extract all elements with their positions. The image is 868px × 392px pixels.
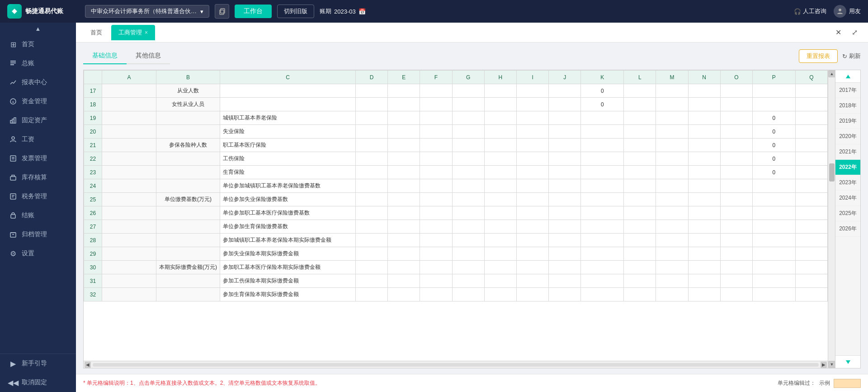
- cell-empty[interactable]: [484, 98, 516, 111]
- reset-report-button[interactable]: 重置报表: [799, 49, 838, 63]
- col-header-e[interactable]: E: [388, 71, 420, 84]
- cell-empty[interactable]: [656, 111, 688, 125]
- cell-empty[interactable]: [388, 247, 420, 261]
- cell-empty[interactable]: [656, 206, 688, 220]
- col-header-j[interactable]: J: [549, 71, 581, 84]
- cell-k[interactable]: [581, 274, 624, 288]
- cell-empty[interactable]: [516, 220, 548, 234]
- cell-empty[interactable]: [484, 193, 516, 206]
- cell-empty[interactable]: [688, 206, 720, 220]
- cell-empty[interactable]: [420, 98, 452, 111]
- switch-version-button[interactable]: 切到旧版: [277, 5, 314, 18]
- sub-tab-basic[interactable]: 基础信息: [83, 48, 127, 64]
- cell-c[interactable]: 单位参加城镇职工基本养老保险缴费基数: [220, 179, 356, 193]
- cell-empty[interactable]: [720, 234, 752, 247]
- cell-k[interactable]: [581, 125, 624, 139]
- cell-q[interactable]: [795, 139, 827, 152]
- cell-empty[interactable]: [624, 288, 656, 301]
- cell-empty[interactable]: [720, 247, 752, 261]
- sidebar-item-tax[interactable]: 税务管理: [0, 187, 76, 206]
- col-header-n[interactable]: N: [688, 71, 720, 84]
- cell-empty[interactable]: [484, 111, 516, 125]
- cell-empty[interactable]: [688, 111, 720, 125]
- cell-q[interactable]: [795, 98, 827, 111]
- close-tab-button[interactable]: ✕: [832, 26, 844, 39]
- cell-empty[interactable]: [720, 179, 752, 193]
- cell-c[interactable]: 失业保险: [220, 125, 356, 139]
- cell-q[interactable]: [795, 234, 827, 247]
- cell-empty[interactable]: [516, 98, 548, 111]
- col-header-g[interactable]: G: [452, 71, 484, 84]
- cell-empty[interactable]: [720, 288, 752, 301]
- cell-empty[interactable]: [388, 179, 420, 193]
- cell-empty[interactable]: [356, 206, 388, 220]
- cell-q[interactable]: [795, 261, 827, 274]
- cell-empty[interactable]: [549, 234, 581, 247]
- cell-b[interactable]: 参保各险种人数: [156, 139, 220, 152]
- cell-empty[interactable]: [516, 166, 548, 179]
- cell-empty[interactable]: [420, 274, 452, 288]
- cell-a[interactable]: [102, 84, 156, 98]
- cell-empty[interactable]: [452, 234, 484, 247]
- cell-empty[interactable]: [420, 125, 452, 139]
- cell-c[interactable]: 参加职工基本医疗保险本期实际缴费金额: [220, 261, 356, 274]
- cell-q[interactable]: [795, 247, 827, 261]
- h-scroll-right[interactable]: ▶: [821, 362, 827, 368]
- sidebar-item-finance[interactable]: ¥ 资金管理: [0, 92, 76, 111]
- cell-empty[interactable]: [688, 261, 720, 274]
- cell-empty[interactable]: [420, 152, 452, 166]
- v-scroll-down[interactable]: ▼: [828, 361, 835, 368]
- cell-empty[interactable]: [624, 206, 656, 220]
- cell-q[interactable]: [795, 288, 827, 301]
- cell-empty[interactable]: [549, 220, 581, 234]
- cell-empty[interactable]: [516, 125, 548, 139]
- cell-empty[interactable]: [484, 125, 516, 139]
- cell-empty[interactable]: [624, 261, 656, 274]
- tab-home[interactable]: 首页: [83, 25, 109, 40]
- cell-empty[interactable]: [516, 179, 548, 193]
- cell-k[interactable]: [581, 179, 624, 193]
- cell-empty[interactable]: [388, 288, 420, 301]
- cell-empty[interactable]: [549, 261, 581, 274]
- col-header-p[interactable]: P: [752, 71, 795, 84]
- year-item[interactable]: 2023年: [835, 175, 860, 191]
- cell-b[interactable]: [156, 220, 220, 234]
- cell-p[interactable]: [752, 98, 795, 111]
- workbench-button[interactable]: 工作台: [235, 5, 272, 18]
- cell-c[interactable]: 单位参加职工基本医疗保险缴费基数: [220, 206, 356, 220]
- cell-empty[interactable]: [484, 166, 516, 179]
- cell-empty[interactable]: [356, 152, 388, 166]
- cell-empty[interactable]: [656, 166, 688, 179]
- cell-empty[interactable]: [656, 179, 688, 193]
- cell-empty[interactable]: [516, 247, 548, 261]
- col-header-o[interactable]: O: [720, 71, 752, 84]
- col-header-i[interactable]: I: [516, 71, 548, 84]
- cell-c[interactable]: [220, 84, 356, 98]
- cell-p[interactable]: [752, 84, 795, 98]
- sidebar-item-close[interactable]: 结账: [0, 206, 76, 225]
- cell-empty[interactable]: [549, 206, 581, 220]
- h-scroll-left[interactable]: ◀: [85, 362, 91, 368]
- col-header-k[interactable]: K: [581, 71, 624, 84]
- cell-k[interactable]: [581, 288, 624, 301]
- cell-empty[interactable]: [420, 166, 452, 179]
- cell-q[interactable]: [795, 179, 827, 193]
- calendar-icon[interactable]: 📅: [359, 8, 366, 15]
- cell-p[interactable]: [752, 220, 795, 234]
- cell-a[interactable]: [102, 111, 156, 125]
- cell-p[interactable]: 0: [752, 111, 795, 125]
- cell-k[interactable]: [581, 220, 624, 234]
- cell-empty[interactable]: [516, 111, 548, 125]
- cell-b[interactable]: [156, 234, 220, 247]
- cell-b[interactable]: [156, 111, 220, 125]
- cell-empty[interactable]: [624, 166, 656, 179]
- cell-empty[interactable]: [516, 84, 548, 98]
- cell-p[interactable]: 0: [752, 152, 795, 166]
- cell-a[interactable]: [102, 288, 156, 301]
- cell-empty[interactable]: [356, 98, 388, 111]
- cell-empty[interactable]: [356, 166, 388, 179]
- cell-c[interactable]: 职工基本医疗保险: [220, 139, 356, 152]
- cell-p[interactable]: 0: [752, 125, 795, 139]
- cell-k[interactable]: [581, 261, 624, 274]
- cell-empty[interactable]: [356, 111, 388, 125]
